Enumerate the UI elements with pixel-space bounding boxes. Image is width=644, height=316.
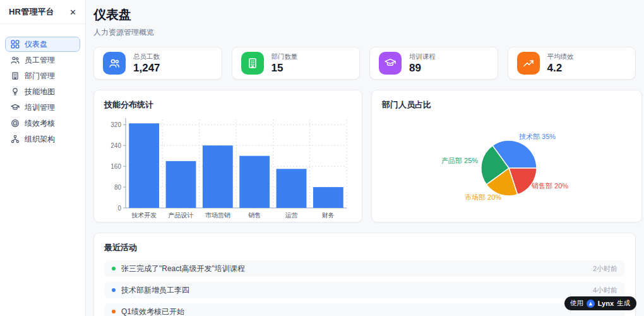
department-pie-chart: 技术部 35%销售部 20%市场部 20%产品部 25%	[382, 114, 631, 221]
activity-time: 4小时前	[593, 286, 617, 295]
sidebar-item-employees[interactable]: 员工管理	[5, 52, 80, 68]
activity-title: 最近活动	[104, 242, 625, 253]
building-icon	[241, 52, 264, 75]
activity-text: Q1绩效考核已开始	[121, 307, 612, 316]
people-icon	[103, 52, 126, 75]
sidebar-nav: 仪表盘 员工管理 部门管理 技能地图 培训管理	[0, 24, 85, 147]
page-subtitle: 人力资源管理概览	[93, 27, 636, 38]
svg-text:技术开发: 技术开发	[131, 212, 157, 219]
stat-value: 4.2	[547, 62, 574, 75]
activity-text: 张三完成了"React高级开发"培训课程	[121, 264, 587, 274]
stat-value: 89	[409, 62, 436, 75]
sidebar-item-skills[interactable]: 技能地图	[5, 84, 80, 99]
stat-label: 平均绩效	[547, 52, 574, 61]
building-icon	[11, 71, 20, 80]
stat-card-training-courses: 培训课程 89	[369, 47, 498, 80]
badge-brand: Lynx	[598, 300, 614, 307]
stat-value: 1,247	[133, 62, 160, 75]
svg-text:产品部 25%: 产品部 25%	[441, 157, 478, 164]
status-dot	[112, 267, 116, 270]
sidebar-item-training[interactable]: 培训管理	[5, 100, 80, 115]
stat-label: 总员工数	[133, 52, 160, 61]
stat-card-departments: 部门数量 15	[232, 47, 361, 80]
sidebar-item-label: 技能地图	[25, 87, 55, 97]
stat-content: 部门数量 15	[271, 52, 298, 75]
svg-text:320: 320	[110, 121, 121, 128]
stat-card-avg-performance: 平均绩效 4.2	[508, 47, 636, 80]
department-share-card: 部门人员占比 技术部 35%销售部 20%市场部 20%产品部 25%	[371, 90, 642, 222]
svg-text:销售部 20%: 销售部 20%	[531, 182, 568, 190]
sidebar-item-performance[interactable]: 绩效考核	[5, 116, 80, 131]
sidebar-item-org[interactable]: 组织架构	[5, 131, 80, 147]
activity-row: 技术部新增员工李四 4小时前	[104, 282, 625, 298]
sidebar-item-label: 员工管理	[25, 55, 55, 66]
svg-text:财务: 财务	[322, 212, 335, 219]
close-icon[interactable]: ✕	[68, 7, 78, 18]
status-dot	[112, 288, 116, 292]
stat-content: 培训课程 89	[409, 52, 436, 75]
dashboard-grid-icon	[11, 40, 20, 49]
stat-content: 平均绩效 4.2	[547, 52, 574, 75]
svg-text:运营: 运营	[285, 212, 298, 219]
sidebar-header: HR管理平台 ✕	[0, 0, 85, 24]
status-dot	[112, 310, 116, 313]
sidebar-item-label: 仪表盘	[25, 39, 47, 50]
sidebar-item-label: 培训管理	[25, 102, 55, 113]
stat-card-total-employees: 总员工数 1,247	[93, 47, 222, 80]
stat-content: 总员工数 1,247	[133, 52, 160, 75]
svg-text:市场部 20%: 市场部 20%	[465, 193, 501, 201]
sidebar-item-label: 部门管理	[25, 71, 55, 82]
people-icon	[11, 56, 20, 64]
svg-text:销售: 销售	[247, 212, 261, 219]
sidebar-item-label: 绩效考核	[25, 118, 55, 129]
svg-text:市场营销: 市场营销	[205, 212, 230, 219]
svg-text:160: 160	[110, 163, 121, 170]
activity-time: 2小时前	[593, 264, 617, 274]
badge-suffix: 生成	[617, 299, 630, 308]
sidebar-item-departments[interactable]: 部门管理	[5, 68, 80, 83]
trending-up-icon	[517, 52, 540, 75]
stat-label: 部门数量	[271, 52, 298, 61]
svg-text:0: 0	[117, 205, 121, 212]
activity-row: 张三完成了"React高级开发"培训课程 2小时前	[104, 260, 625, 277]
app-title: HR管理平台	[9, 6, 54, 18]
sidebar: HR管理平台 ✕ 仪表盘 员工管理 部门管理 技能地图	[0, 0, 86, 316]
graduation-cap-icon	[379, 52, 402, 75]
pie-chart-title: 部门人员占比	[382, 99, 631, 111]
badge-prefix: 使用	[570, 299, 583, 308]
stat-label: 培训课程	[409, 52, 436, 61]
graduation-cap-icon	[11, 103, 20, 112]
target-icon	[11, 119, 20, 128]
svg-text:240: 240	[110, 142, 121, 149]
lynx-badge[interactable]: 使用 Lynx 生成	[564, 296, 636, 310]
lynx-logo-icon	[587, 300, 595, 308]
stat-value: 15	[271, 62, 298, 75]
recent-activity-card: 最近活动 张三完成了"React高级开发"培训课程 2小时前 技术部新增员工李四…	[93, 233, 636, 316]
lightbulb-icon	[11, 87, 20, 96]
page-title: 仪表盘	[93, 6, 636, 23]
main-content: 仪表盘 人力资源管理概览 总员工数 1,247 部门数量 15	[86, 0, 644, 316]
svg-text:技术部 35%: 技术部 35%	[519, 133, 556, 140]
activity-row: Q1绩效考核已开始	[104, 303, 625, 316]
charts-row: 技能分布统计 080160240320技术开发产品设计市场营销销售运营财务 部门…	[93, 90, 636, 222]
activity-text: 技术部新增员工李四	[121, 285, 587, 296]
svg-text:80: 80	[114, 184, 122, 191]
bar-chart-title: 技能分布统计	[104, 99, 352, 111]
stats-row: 总员工数 1,247 部门数量 15 培训课程 89	[93, 47, 636, 80]
org-nodes-icon	[11, 135, 20, 143]
skill-bar-chart: 080160240320技术开发产品设计市场营销销售运营财务	[104, 114, 352, 223]
svg-text:产品设计: 产品设计	[169, 212, 194, 219]
skill-distribution-card: 技能分布统计 080160240320技术开发产品设计市场营销销售运营财务	[93, 90, 362, 222]
sidebar-item-label: 组织架构	[25, 134, 55, 145]
sidebar-item-dashboard[interactable]: 仪表盘	[5, 37, 80, 52]
